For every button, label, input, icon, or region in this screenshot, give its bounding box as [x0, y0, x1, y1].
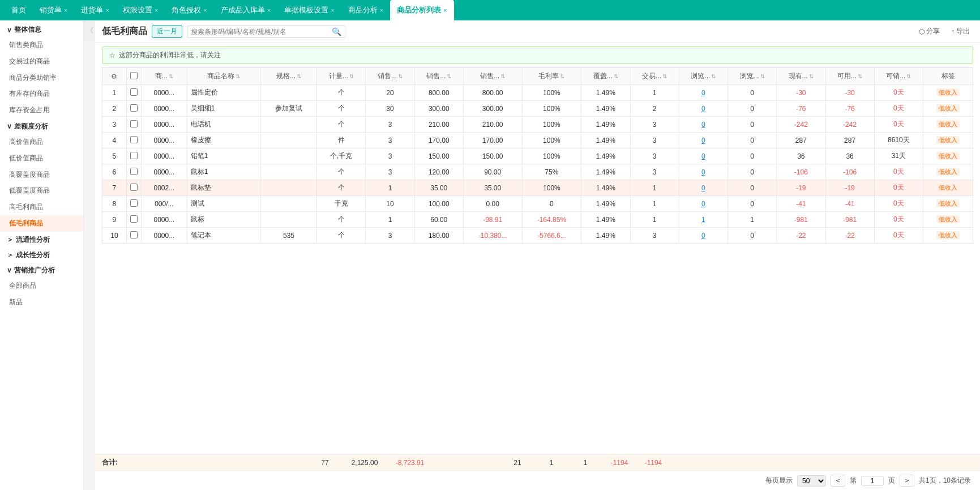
search-icon[interactable]: 🔍: [332, 27, 341, 36]
cell-cover-rate: 1.49%: [581, 196, 630, 212]
sidebar-group-circulation[interactable]: ＞ 流通性分析: [0, 232, 83, 247]
row-checkbox[interactable]: [130, 136, 138, 143]
row-checkbox[interactable]: [130, 168, 138, 175]
page-size-select[interactable]: 50 100 200: [797, 475, 826, 487]
cell-checkbox: [126, 164, 141, 180]
th-spec[interactable]: 规格...⇅: [260, 68, 316, 85]
sidebar-item-new-goods[interactable]: 新品: [0, 294, 83, 310]
row-checkbox[interactable]: [130, 184, 138, 191]
nav-sales-order[interactable]: 销货单 ×: [33, 0, 74, 20]
cell-gross-rate: 100%: [522, 117, 581, 133]
select-all-checkbox[interactable]: [130, 72, 138, 79]
th-sales-qty[interactable]: 销售...⇅: [366, 68, 414, 85]
row-checkbox[interactable]: [130, 231, 138, 238]
sidebar-item-traded-goods[interactable]: 交易过的商品: [0, 53, 83, 70]
chevron-down-icon: ∨: [7, 26, 12, 34]
close-icon[interactable]: ×: [331, 7, 334, 14]
th-current-stock[interactable]: 现有...⇅: [777, 68, 825, 85]
cell-spec: [260, 196, 316, 212]
close-icon[interactable]: ×: [105, 7, 109, 14]
row-checkbox[interactable]: [130, 88, 138, 96]
th-trade-count[interactable]: 交易...⇅: [630, 68, 679, 85]
cell-sales-amount: -10,380...: [463, 228, 522, 244]
sidebar-item-all-goods[interactable]: 全部商品: [0, 278, 83, 294]
nav-purchase-order[interactable]: 进货单 ×: [74, 0, 115, 20]
th-cover-rate[interactable]: 覆盖...⇅: [581, 68, 630, 85]
share-button[interactable]: ⬡ 分享: [915, 25, 943, 37]
nav-product-analysis[interactable]: 商品分析 ×: [341, 0, 390, 20]
filter-recent-month-button[interactable]: 近一月: [152, 25, 182, 38]
th-unit[interactable]: 计量...⇅: [317, 68, 366, 85]
nav-role-auth[interactable]: 角色授权 ×: [165, 0, 213, 20]
sidebar-item-stock-capital[interactable]: 库存资金占用: [0, 102, 83, 118]
browse-link[interactable]: 0: [701, 152, 705, 160]
row-checkbox[interactable]: [130, 152, 138, 159]
row-checkbox[interactable]: [130, 120, 138, 127]
cell-checkbox: [126, 85, 141, 101]
browse-link[interactable]: 0: [701, 232, 705, 240]
next-page-button[interactable]: ＞: [900, 475, 914, 487]
cell-name: 鼠标: [187, 212, 260, 228]
cell-spec: [260, 148, 316, 164]
th-settings[interactable]: ⚙: [102, 68, 127, 85]
close-icon[interactable]: ×: [267, 7, 271, 14]
sidebar-item-in-stock-goods[interactable]: 有库存的商品: [0, 86, 83, 102]
row-checkbox[interactable]: [130, 199, 138, 207]
th-saleable-stock[interactable]: 可销...⇅: [874, 68, 923, 85]
nav-permission-setting[interactable]: 权限设置 ×: [116, 0, 165, 20]
sidebar-group-growth[interactable]: ＞ 成长性分析: [0, 247, 83, 262]
cell-gross-rate: 100%: [522, 85, 581, 101]
sidebar-item-low-profit[interactable]: 低毛利商品: [0, 215, 83, 232]
sidebar-collapse-button[interactable]: 《: [84, 20, 95, 41]
nav-product-analysis-list[interactable]: 商品分析列表 ×: [390, 0, 453, 20]
th-avail-stock[interactable]: 可用...⇅: [825, 68, 874, 85]
browse-link[interactable]: 0: [701, 121, 705, 129]
cell-avail-stock: -22: [825, 228, 874, 244]
sidebar-item-low-coverage[interactable]: 低覆盖度商品: [0, 182, 83, 199]
close-icon[interactable]: ×: [155, 7, 158, 14]
page-number-input[interactable]: [861, 476, 884, 486]
nav-home[interactable]: 首页: [5, 0, 33, 20]
th-sales-price[interactable]: 销售...⇅: [414, 68, 463, 85]
sidebar-item-high-coverage[interactable]: 高覆盖度商品: [0, 167, 83, 183]
search-input[interactable]: [191, 28, 332, 36]
close-icon[interactable]: ×: [64, 7, 67, 14]
cell-unit: 个: [317, 228, 366, 244]
browse-link[interactable]: 0: [701, 200, 705, 208]
browse-link[interactable]: 0: [701, 89, 705, 97]
browse-link[interactable]: 0: [701, 168, 705, 176]
th-gross-rate[interactable]: 毛利率⇅: [522, 68, 581, 85]
sidebar-item-low-value[interactable]: 低价值商品: [0, 150, 83, 167]
sidebar-item-high-value[interactable]: 高价值商品: [0, 134, 83, 150]
cell-sales-qty: 30: [366, 101, 414, 117]
notice-text: 这部分商品的利润非常低，请关注: [119, 50, 221, 60]
cell-browse-count1: 0: [679, 101, 727, 117]
cell-code: 000/...: [141, 196, 187, 212]
row-checkbox[interactable]: [130, 215, 138, 223]
cell-browse-count2: 0: [728, 133, 777, 148]
browse-link[interactable]: 0: [701, 137, 705, 144]
th-sales-amount[interactable]: 销售...⇅: [463, 68, 522, 85]
nav-product-entry[interactable]: 产成品入库单 ×: [214, 0, 277, 20]
browse-link[interactable]: 0: [701, 184, 705, 192]
th-code[interactable]: 商...⇅: [141, 68, 187, 85]
cell-trade-count: 3: [630, 117, 679, 133]
prev-page-button[interactable]: ＜: [831, 475, 845, 487]
row-checkbox[interactable]: [130, 104, 138, 112]
close-icon[interactable]: ×: [443, 7, 447, 14]
content-area: 低毛利商品 近一月 🔍 ⬡ 分享 ↑ 导出 ☆ 这部分商品的利润非常低，请关注: [95, 20, 980, 490]
sidebar-item-sales-goods[interactable]: 销售类商品: [0, 37, 83, 53]
th-name[interactable]: 商品名称⇅: [187, 68, 260, 85]
sidebar-item-high-profit[interactable]: 高毛利商品: [0, 199, 83, 215]
th-browse-count1[interactable]: 浏览...⇅: [679, 68, 727, 85]
browse-link[interactable]: 1: [701, 216, 705, 224]
th-browse-count2[interactable]: 浏览...⇅: [728, 68, 777, 85]
tag-badge: 低收入: [936, 199, 960, 207]
table-row: 4 0000... 橡皮擦 件 3 170.00 170.00 100% 1.4…: [102, 133, 973, 148]
browse-link[interactable]: 0: [701, 105, 705, 113]
nav-template-setting[interactable]: 单据模板设置 ×: [277, 0, 341, 20]
close-icon[interactable]: ×: [203, 7, 207, 14]
export-button[interactable]: ↑ 导出: [948, 25, 973, 37]
sidebar-item-category-assist[interactable]: 商品分类助销率: [0, 70, 83, 86]
close-icon[interactable]: ×: [380, 7, 383, 14]
